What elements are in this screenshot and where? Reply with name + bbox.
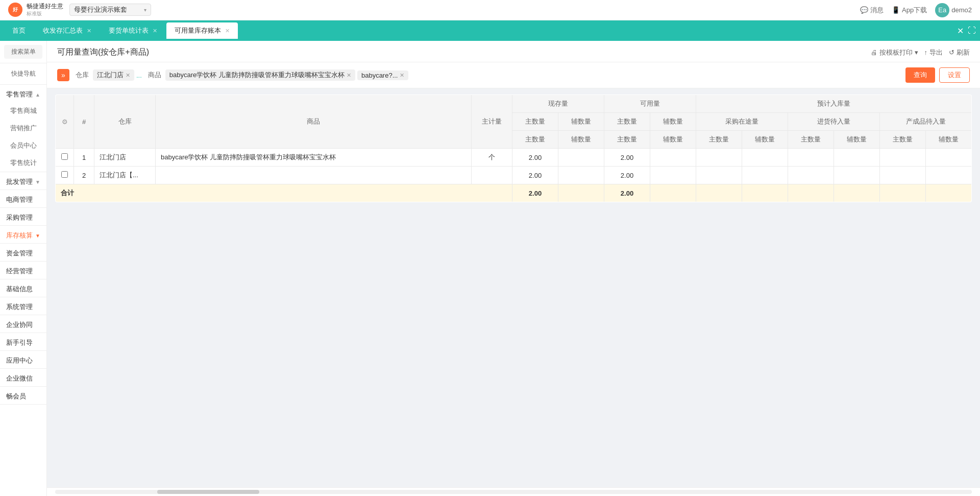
query-button[interactable]: 查询 [905,67,935,83]
cell-checkbox[interactable] [56,149,74,167]
apps-section-label: 应用中心 [6,356,33,365]
sidebar-section-purchase: 采购管理 [0,208,46,226]
sidebar-section-wholesale-title[interactable]: 批发管理 ▼ [0,172,46,190]
quick-nav-item[interactable]: 快捷导航 [0,65,46,82]
member-section-label: 畅会员 [6,392,26,401]
sidebar-section-finance: 资金管理 [0,244,46,262]
sidebar-section-retail: 零售管理 ▲ 零售商城 营销推广 会员中心 零售统计 [0,85,46,172]
chevron-down-icon: ▾ [915,49,918,56]
cell-warehouse: 江北门店 [94,149,156,167]
sidebar-section-ecommerce: 电商管理 [0,190,46,208]
sidebar-section-newbie-title[interactable]: 新手引导 [0,333,46,350]
table-row: 1 江北门店 babycare学饮杯 儿童防摔防撞吸管杯重力球吸嘴杯宝宝水杯 个… [56,149,972,167]
footer-avail-total: 2.00 [604,184,650,202]
close-icon[interactable]: ✕ [153,28,157,34]
sidebar-section-collab-title[interactable]: 企业协同 [0,315,46,333]
product-tag-1-value: babycare学饮杯 儿童防摔防撞吸管杯重力球吸嘴杯宝宝水杯 [169,70,345,80]
logo-area: 好 畅捷通好生意 标准版 [8,3,63,17]
cell-warehouse: 江北门店【... [94,167,156,184]
filter-expand-button[interactable]: » [57,69,69,81]
cell-unit [472,167,512,184]
sidebar-section-basic-info-title[interactable]: 基础信息 [0,279,46,297]
tab-available-stock-label: 可用量库存账本 [175,26,221,35]
footer-stock-total: 2.00 [512,184,558,202]
tab-stock-summary-label: 收发存汇总表 [43,26,83,35]
remove-warehouse-tag-icon[interactable]: ✕ [126,72,130,79]
message-label: 消息 [870,6,884,15]
sidebar-item-members[interactable]: 会员中心 [0,137,46,154]
inventory-table: ⚙ # 仓库 商品 主计量 现存量 可用量 预计入库量 主数量 辅数量 主数量 [55,95,972,202]
sidebar-item-marketing[interactable]: 营销推广 [0,120,46,137]
print-button[interactable]: 🖨 按模板打印 ▾ [871,48,918,57]
th-available-group: 可用量 [604,95,696,113]
basic-info-section-label: 基础信息 [6,285,33,294]
sidebar-section-wechat-title[interactable]: 企业微信 [0,369,46,386]
export-button[interactable]: ↑ 导出 [924,48,943,57]
footer-production-main [880,184,926,202]
cell-purchase-main [696,149,742,167]
tab-available-stock[interactable]: 可用量库存账本 ✕ [166,22,238,39]
settings-icon[interactable]: ⚙ [62,118,68,126]
cell-stock-main: 2.00 [512,167,558,184]
th-incoming-group: 进货待入量 [788,113,880,131]
search-menu-button[interactable]: 搜索菜单 [4,45,42,59]
sidebar-section-retail-title[interactable]: 零售管理 ▲ [0,85,46,102]
tab-stock-summary[interactable]: 收发存汇总表 ✕ [35,22,100,39]
refresh-button[interactable]: ↺ 刷新 [949,48,970,57]
refresh-label: 刷新 [957,48,970,57]
sidebar-section-system-title[interactable]: 系统管理 [0,297,46,315]
sidebar-section-finance-title[interactable]: 资金管理 [0,244,46,261]
close-icon[interactable]: ✕ [87,28,91,34]
page-header-actions: 🖨 按模板打印 ▾ ↑ 导出 ↺ 刷新 [871,48,970,57]
logo-text-block: 畅捷通好生意 标准版 [27,3,63,17]
maximize-icon[interactable]: ⛶ [968,26,976,35]
cell-incoming-aux [834,167,880,184]
sidebar-section-ecommerce-title[interactable]: 电商管理 [0,190,46,207]
operations-section-label: 经营管理 [6,267,33,276]
avatar: Ea [935,3,949,17]
close-window-icon[interactable]: ✕ [957,26,964,36]
ecommerce-section-label: 电商管理 [6,195,33,204]
remove-product-tag-1-icon[interactable]: ✕ [347,72,351,79]
horizontal-scrollbar[interactable] [55,490,972,494]
app-name: 畅捷通好生意 [27,3,63,10]
warehouse-more-button[interactable]: ... [136,72,142,79]
sidebar-section-purchase-title[interactable]: 采购管理 [0,208,46,225]
user-name: demo2 [951,6,972,14]
cell-incoming-aux [834,149,880,167]
sidebar-item-retail-stats[interactable]: 零售统计 [0,154,46,172]
sidebar-section-apps-title[interactable]: 应用中心 [0,351,46,368]
sidebar-section-inventory-title[interactable]: 库存核算 ▼ [0,226,46,243]
sidebar-section-operations-title[interactable]: 经营管理 [0,262,46,279]
app-download-button[interactable]: 📱 App下载 [892,6,927,15]
page-header: 可用量查询(按仓库+商品) 🖨 按模板打印 ▾ ↑ 导出 ↺ 刷新 [47,41,980,62]
warehouse-filter-group: 仓库 江北门店 ✕ ... [76,69,142,81]
tab-order-stats[interactable]: 要货单统计表 ✕ [101,22,165,39]
scrollbar-thumb[interactable] [157,490,259,494]
user-profile[interactable]: Ea demo2 [935,3,972,17]
chevron-icon: ▲ [35,92,40,98]
cell-checkbox[interactable] [56,167,74,184]
tab-home[interactable]: 首页 [4,22,34,39]
sidebar-section-member-title[interactable]: 畅会员 [0,387,46,404]
close-icon[interactable]: ✕ [225,28,230,34]
th-settings[interactable]: ⚙ [56,95,74,149]
footer-avail-aux [650,184,696,202]
message-button[interactable]: 💬 消息 [860,6,884,15]
sidebar-section-basic-info: 基础信息 [0,279,46,297]
nav-tabs: 首页 收发存汇总表 ✕ 要货单统计表 ✕ 可用量库存账本 ✕ ✕ ⛶ [0,20,980,41]
chevron-down-icon: ▾ [144,7,146,13]
setting-button[interactable]: 设置 [939,67,970,83]
cell-product [156,167,472,184]
th-stock-main: 主数量 [512,113,558,131]
company-selector[interactable]: 母婴行业演示账套 ▾ [69,4,151,16]
top-bar-left: 好 畅捷通好生意 标准版 母婴行业演示账套 ▾ [8,3,151,17]
footer-production-aux [926,184,972,202]
sidebar-section-wechat: 企业微信 [0,369,46,387]
footer-label: 合计 [56,184,512,202]
top-bar-right: 💬 消息 📱 App下载 Ea demo2 [860,3,972,17]
chevron-icon: ▼ [35,179,40,185]
cell-production-main [880,149,926,167]
remove-product-tag-2-icon[interactable]: ✕ [400,72,404,79]
sidebar-item-retail-mall[interactable]: 零售商城 [0,102,46,120]
